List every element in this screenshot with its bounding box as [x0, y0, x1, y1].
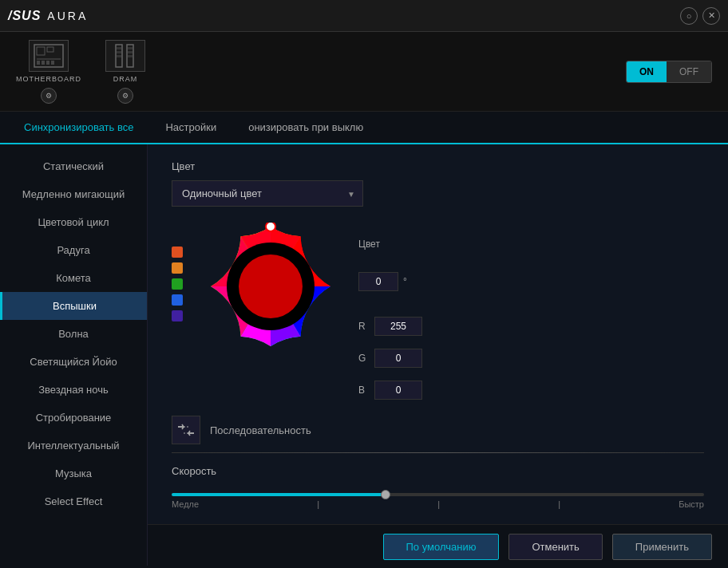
color-wheel-svg: [207, 223, 334, 350]
apply-button[interactable]: Применить: [612, 534, 712, 560]
device-bar: MOTHERBOARD ⚙ DRAM ⚙ ON OFF: [0, 32, 728, 112]
hue-label: Цвет: [358, 239, 380, 250]
b-label: B: [358, 385, 368, 396]
dram-icon: [105, 40, 145, 72]
sequence-icon[interactable]: [172, 416, 200, 444]
minimize-button[interactable]: ○: [680, 7, 698, 25]
r-row: R: [358, 317, 422, 336]
toggle-off-button[interactable]: OFF: [667, 61, 711, 82]
swatch-2[interactable]: [172, 278, 183, 290]
cancel-button[interactable]: Отменить: [508, 534, 602, 560]
sidebar-item-intelligent[interactable]: Интеллектуальный: [0, 432, 147, 460]
toggle-on-button[interactable]: ON: [627, 61, 667, 82]
svg-rect-2: [47, 47, 53, 52]
bottom-bar: По умолчанию Отменить Применить: [148, 524, 728, 568]
color-section-title: Цвет: [172, 160, 704, 172]
g-row: G: [358, 349, 422, 368]
sidebar-item-music[interactable]: Музыка: [0, 460, 147, 487]
sidebar-item-select-effect[interactable]: Select Effect: [0, 487, 147, 515]
sequence-label: Последовательность: [210, 424, 311, 436]
swatch-1[interactable]: [172, 262, 183, 274]
svg-rect-15: [128, 55, 133, 57]
content-inner: Цвет Одиночный цвет Несколько цветов ▼: [172, 160, 704, 557]
main-layout: Статический Медленно мигающий Цветовой ц…: [0, 144, 728, 566]
slider-divider: [172, 452, 704, 453]
tab-settings[interactable]: Настройки: [149, 112, 232, 144]
color-dropdown-wrap: Одиночный цвет Несколько цветов ▼: [172, 180, 363, 207]
sidebar: Статический Медленно мигающий Цветовой ц…: [0, 144, 148, 566]
color-dropdown[interactable]: Одиночный цвет Несколько цветов: [172, 180, 363, 207]
tab-sync[interactable]: Синхронизировать все: [8, 112, 149, 144]
color-inputs: Цвет ° R G B: [358, 239, 422, 400]
slider-section: Скорость Медле | | | Быстр: [172, 465, 704, 509]
dropdown-row: Одиночный цвет Несколько цветов ▼: [172, 180, 704, 207]
default-button[interactable]: По умолчанию: [383, 534, 500, 560]
title-bar-controls: ○ ✕: [680, 7, 720, 25]
device-motherboard[interactable]: MOTHERBOARD ⚙: [16, 40, 81, 104]
dram-badge: ⚙: [117, 88, 133, 104]
sidebar-item-slow-blink[interactable]: Медленно мигающий: [0, 180, 147, 208]
r-input[interactable]: [374, 317, 422, 336]
tick2: |: [437, 499, 440, 509]
color-area: Цвет ° R G B: [172, 223, 704, 400]
b-row: B: [358, 381, 422, 400]
svg-rect-10: [117, 47, 121, 49]
svg-rect-13: [128, 47, 133, 49]
title-bar: /SUS AURA ○ ✕: [0, 0, 728, 32]
sidebar-item-starry-night[interactable]: Звездная ночь: [0, 376, 147, 404]
svg-rect-1: [37, 47, 45, 55]
title-bar-left: /SUS AURA: [8, 9, 88, 23]
slider-labels: Медле | | | Быстр: [172, 499, 704, 509]
svg-rect-6: [46, 61, 49, 65]
tabs-bar: Синхронизировать все Настройки онизирова…: [0, 112, 728, 144]
tab-off-sync[interactable]: онизировать при выклю: [232, 112, 379, 144]
asus-logo: /SUS: [8, 9, 41, 23]
svg-rect-4: [37, 61, 40, 65]
motherboard-badge: ⚙: [41, 88, 57, 104]
speed-label: Скорость: [172, 465, 704, 477]
toggle-group: ON OFF: [626, 61, 712, 83]
app-title: AURA: [47, 10, 88, 22]
sequence-row: Последовательность: [172, 416, 704, 444]
fast-label: Быстр: [679, 499, 704, 509]
swatch-4[interactable]: [172, 310, 183, 321]
svg-rect-12: [117, 55, 121, 57]
speed-slider[interactable]: [172, 493, 704, 496]
svg-rect-7: [51, 61, 54, 65]
g-label: G: [358, 353, 368, 364]
svg-point-18: [239, 254, 303, 318]
b-input[interactable]: [374, 381, 422, 400]
g-input[interactable]: [374, 349, 422, 368]
close-button[interactable]: ✕: [702, 7, 720, 25]
degree-symbol: °: [403, 276, 407, 287]
slow-label: Медле: [172, 499, 199, 509]
swatch-3[interactable]: [172, 294, 183, 306]
deg-section: Цвет: [358, 239, 422, 253]
sidebar-item-static[interactable]: Статический: [0, 152, 147, 180]
sidebar-item-yoyo[interactable]: Светящийся Йойо: [0, 348, 147, 376]
swatch-0[interactable]: [172, 247, 183, 258]
motherboard-icon: [29, 40, 69, 72]
sidebar-item-rainbow[interactable]: Радуга: [0, 236, 147, 264]
svg-point-19: [266, 223, 275, 231]
tick3: |: [558, 499, 560, 509]
content-area: Цвет Одиночный цвет Несколько цветов ▼: [148, 144, 728, 566]
sidebar-item-wave[interactable]: Волна: [0, 320, 147, 348]
svg-rect-11: [117, 51, 121, 53]
r-label: R: [358, 321, 368, 332]
degree-input[interactable]: [358, 272, 398, 291]
color-wheel-container[interactable]: [207, 223, 334, 350]
tick1: |: [317, 499, 319, 509]
devices-left: MOTHERBOARD ⚙ DRAM ⚙: [16, 40, 145, 104]
sidebar-item-comet[interactable]: Комета: [0, 264, 147, 292]
sidebar-item-strobe[interactable]: Стробирование: [0, 404, 147, 432]
color-swatches: [172, 247, 183, 321]
sidebar-item-flash[interactable]: Вспышки: [0, 292, 147, 320]
device-dram[interactable]: DRAM ⚙: [105, 40, 145, 104]
sidebar-item-color-cycle[interactable]: Цветовой цикл: [0, 208, 147, 236]
motherboard-label: MOTHERBOARD: [16, 75, 81, 83]
svg-rect-14: [128, 51, 133, 53]
svg-rect-5: [42, 61, 45, 65]
dram-label: DRAM: [113, 75, 138, 83]
